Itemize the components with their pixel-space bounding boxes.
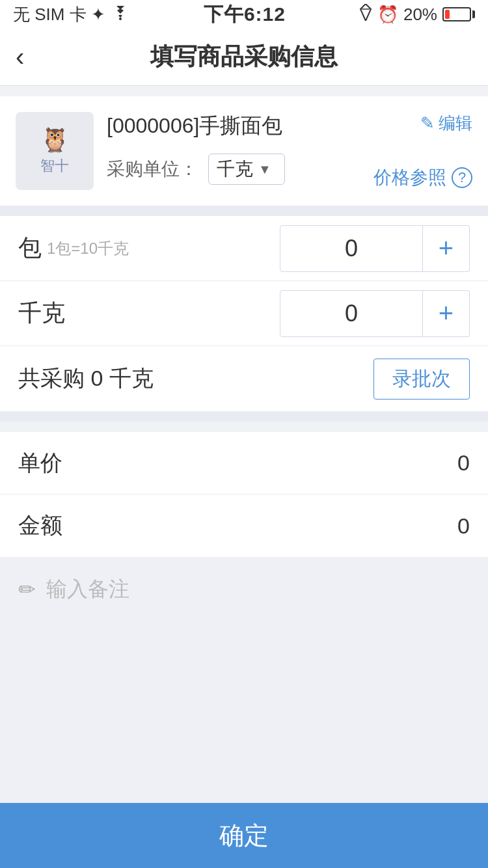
unit-select[interactable]: 千克 ▼ xyxy=(208,154,285,185)
status-left: 无 SIM 卡 ✦ xyxy=(13,3,130,26)
total-label: 共采购 0 千克 xyxy=(18,364,154,394)
unit-price-label: 单价 xyxy=(18,448,62,478)
unit-label: 采购单位： xyxy=(107,157,198,182)
remark-section[interactable]: ✏ 输入备注 xyxy=(0,557,488,622)
amount-value: 0 xyxy=(457,513,470,539)
remark-placeholder: 输入备注 xyxy=(46,575,129,604)
status-bar: 无 SIM 卡 ✦ 下午6:12 ⏰ 20% xyxy=(0,0,488,29)
nav-bar: ‹ 填写商品采购信息 xyxy=(0,29,488,86)
quantity-plus-bao[interactable]: + xyxy=(423,225,470,272)
quantity-section: 包 1包=10千克 + 千克 + xyxy=(0,216,488,346)
status-right: ⏰ 20% xyxy=(359,4,475,25)
svg-point-0 xyxy=(119,18,122,20)
price-ref-icon: ? xyxy=(452,167,472,188)
quantity-plus-kg[interactable]: + xyxy=(423,290,470,337)
wifi-icon xyxy=(111,5,130,25)
alarm-icon: ⏰ xyxy=(377,5,398,25)
page-title: 填写商品采购信息 xyxy=(150,41,338,73)
product-thumbnail-icon: 🦉 xyxy=(40,126,70,154)
product-name: [0000006]手撕面包 xyxy=(107,112,472,141)
confirm-button[interactable]: 确定 xyxy=(0,803,488,868)
product-image: 🦉 智十 xyxy=(16,112,94,190)
quantity-input-kg[interactable] xyxy=(280,290,423,337)
unit-select-arrow: ▼ xyxy=(258,162,271,177)
unit-price-row: 单价 0 xyxy=(0,432,488,495)
battery-icon xyxy=(442,7,475,21)
amount-row: 金额 0 xyxy=(0,495,488,557)
unit-price-value: 0 xyxy=(457,450,470,476)
battery-percent: 20% xyxy=(403,5,437,25)
edit-label: 编辑 xyxy=(439,112,472,135)
price-section: 单价 0 金额 0 xyxy=(0,432,488,557)
price-reference-button[interactable]: 价格参照 ? xyxy=(373,165,472,190)
quantity-sublabel-bao: 1包=10千克 xyxy=(47,238,129,259)
remark-icon: ✏ xyxy=(18,577,36,602)
back-button[interactable]: ‹ xyxy=(16,42,24,72)
product-card: 🦉 智十 [0000006]手撕面包 采购单位： 千克 ▼ ✎ 编辑 价格参照 … xyxy=(0,96,488,206)
quantity-input-group-kg: + xyxy=(280,290,470,337)
quantity-input-group-bao: + xyxy=(280,225,470,272)
batch-button[interactable]: 录批次 xyxy=(373,359,470,400)
signal-text: 无 SIM 卡 ✦ xyxy=(13,3,105,26)
status-time: 下午6:12 xyxy=(204,1,286,28)
quantity-row-kg: 千克 + xyxy=(0,281,488,346)
section-divider-1 xyxy=(0,206,488,216)
quantity-row-bao: 包 1包=10千克 + xyxy=(0,216,488,281)
product-thumbnail-text: 智十 xyxy=(40,156,69,176)
quantity-input-bao[interactable] xyxy=(280,225,423,272)
unit-value: 千克 xyxy=(217,157,253,182)
section-divider-2 xyxy=(0,411,488,422)
quantity-label-kg: 千克 xyxy=(18,297,65,329)
quantity-label-bao: 包 xyxy=(18,232,42,264)
location-icon xyxy=(359,4,372,25)
price-ref-label: 价格参照 xyxy=(373,165,446,190)
amount-label: 金额 xyxy=(18,511,62,541)
edit-icon: ✎ xyxy=(420,113,435,133)
total-row: 共采购 0 千克 录批次 xyxy=(0,346,488,411)
edit-button[interactable]: ✎ 编辑 xyxy=(420,112,472,135)
